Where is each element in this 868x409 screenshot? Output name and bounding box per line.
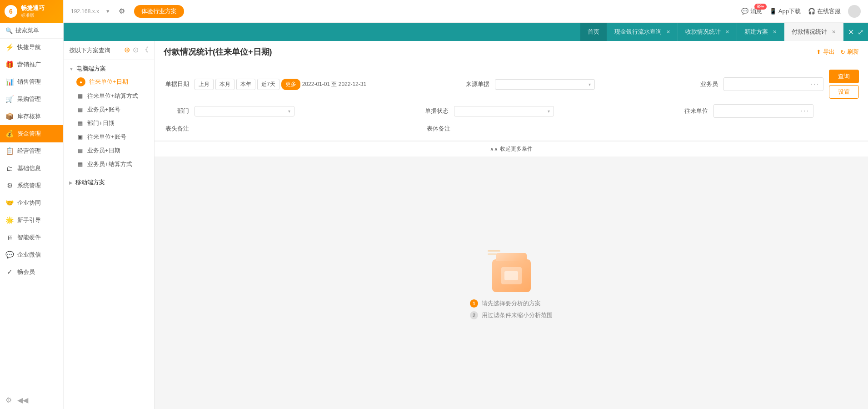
tab-receipt-stats[interactable]: 收款情况统计✕ xyxy=(678,23,737,41)
body-note-input[interactable] xyxy=(456,123,556,134)
sidebar-item-vip[interactable]: ✓ 畅会员 xyxy=(0,263,63,281)
sidebar-item-guide[interactable]: 🌟 新手引导 xyxy=(0,212,63,229)
tab-label-receipt-stats: 收款情况统计 xyxy=(685,28,721,36)
topbar-gear-icon[interactable]: ⚙ xyxy=(119,7,125,15)
sidebar-item-wechat[interactable]: 💬 企业微信 xyxy=(0,246,63,263)
collapse-label: 收起更多条件 xyxy=(500,145,533,153)
scheme-label-salesperson-payment: 业务员+结算方式 xyxy=(87,160,132,168)
collapse-bar[interactable]: ∧∧ 收起更多条件 xyxy=(155,141,868,157)
trial-btn[interactable]: 体验行业方案 xyxy=(134,5,184,18)
results-area: 1 请先选择要分析的方案 2 用过滤条件来缩小分析范围 xyxy=(155,157,868,409)
nav-label-inventory: 库存核算 xyxy=(17,112,41,121)
scheme-label-partner-account: 往来单位+账号 xyxy=(87,133,126,141)
topbar-actions: 💬 消息 99+ 📱 App下载 🎧 在线客服 xyxy=(741,5,861,18)
tabbar-controls: ✕ ⤢ xyxy=(843,23,868,41)
tab-bank-flow[interactable]: 现金银行流水查询✕ xyxy=(607,23,678,41)
export-btn[interactable]: ⬆ 导出 xyxy=(816,48,835,56)
dept-select[interactable]: ▾ xyxy=(195,106,294,116)
sidebar-item-purchase[interactable]: 🛒 采购管理 xyxy=(0,91,63,108)
sidebar-item-sales[interactable]: 📊 销售管理 xyxy=(0,73,63,91)
settings-icon[interactable]: ⚙ xyxy=(5,396,12,404)
nav-icon-guide: 🌟 xyxy=(5,216,14,224)
sidebar-item-system[interactable]: ⚙ 系统管理 xyxy=(0,177,63,194)
app-download-action[interactable]: 📱 App下载 xyxy=(769,7,801,15)
docstatus-select[interactable]: ▾ xyxy=(454,106,554,116)
online-service-action[interactable]: 🎧 在线客服 xyxy=(808,7,841,15)
nav-label-operations: 经营管理 xyxy=(17,147,41,155)
collapse-sidebar-icon[interactable]: ◀◀ xyxy=(17,396,28,404)
scheme-icon-salesperson-date: ▦ xyxy=(76,147,84,154)
sidebar-item-enterprise[interactable]: 🤝 企业协同 xyxy=(0,194,63,212)
nav-label-quick-nav: 快捷导航 xyxy=(17,43,41,51)
source-select[interactable]: ▾ xyxy=(495,79,595,90)
scheme-icon-dept-date: ▦ xyxy=(76,120,84,127)
salesperson-dots-icon[interactable]: ··· xyxy=(811,80,819,88)
sidebar-item-inventory[interactable]: 📦 库存核算 xyxy=(0,108,63,125)
scheme-settings-btn[interactable]: ⊙ xyxy=(133,45,139,55)
scheme-item-partner-account[interactable]: ▣ 往来单位+账号 xyxy=(64,130,154,144)
tab-label-bank-flow: 现金银行流水查询 xyxy=(614,28,662,36)
tab-home[interactable]: 首页 xyxy=(580,23,607,41)
mobile-group-title[interactable]: ▶ 移动端方案 xyxy=(64,177,154,188)
tab-close-new-scheme[interactable]: ✕ xyxy=(773,29,777,35)
sidebar-item-marketing[interactable]: 🎁 营销推广 xyxy=(0,56,63,73)
this-month-btn[interactable]: 本月 xyxy=(215,79,234,90)
scheme-item-partner-payment[interactable]: ▦ 往来单位+结算方式 xyxy=(64,89,154,103)
setting-btn[interactable]: 设置 xyxy=(829,85,859,99)
collapse-panel-btn[interactable]: 《 xyxy=(141,45,149,55)
sidebar-item-basic-info[interactable]: 🗂 基础信息 xyxy=(0,160,63,177)
desktop-group-label: 电脑端方案 xyxy=(76,65,106,73)
sidebar-item-quick-nav[interactable]: ⚡ 快捷导航 xyxy=(0,39,63,56)
tab-close-bank-flow[interactable]: ✕ xyxy=(666,29,670,35)
user-avatar[interactable] xyxy=(848,5,861,18)
sidebar-item-finance[interactable]: 💰 资金管理 xyxy=(0,125,63,142)
messages-action[interactable]: 💬 消息 99+ xyxy=(741,7,762,15)
tab-close-payment-stats[interactable]: ✕ xyxy=(832,29,836,35)
close-all-tabs-icon[interactable]: ✕ xyxy=(848,28,854,36)
sidebar-nav: ⚡ 快捷导航 🎁 营销推广 📊 销售管理 🛒 采购管理 📦 库存核算 💰 资金管… xyxy=(0,39,63,391)
scheme-item-partner-date[interactable]: ● 往来单位+日期 xyxy=(64,75,154,89)
date-quick-btns: 上月 本月 本年 近7天 更多 2022-01-01 至 2022-12-31 xyxy=(195,79,366,90)
refresh-label: 刷新 xyxy=(847,48,859,56)
sidebar-item-hardware[interactable]: 🖥 智能硬件 xyxy=(0,229,63,246)
header-note-input[interactable] xyxy=(195,123,294,134)
active-scheme-dot: ● xyxy=(76,77,85,86)
last-7days-btn[interactable]: 近7天 xyxy=(257,79,279,90)
partner-dots-icon[interactable]: ··· xyxy=(801,107,809,115)
scheme-item-salesperson-date[interactable]: ▦ 业务员+日期 xyxy=(64,144,154,157)
this-year-btn[interactable]: 本年 xyxy=(236,79,255,90)
nav-icon-quick-nav: ⚡ xyxy=(5,43,14,51)
tab-new-scheme[interactable]: 新建方案✕ xyxy=(737,23,784,41)
scheme-icon-partner-payment: ▦ xyxy=(76,92,84,100)
scheme-panel-header: 按以下方案查询 ⊕ ⊙ 《 xyxy=(64,41,154,60)
address-dropdown-icon[interactable]: ▾ xyxy=(106,8,110,15)
partner-select[interactable]: ··· xyxy=(713,104,813,118)
main-content: 192.168.x.x ▾ ⚙ 体验行业方案 💬 消息 99+ 📱 App下载 … xyxy=(64,0,868,409)
more-date-btn[interactable]: 更多 xyxy=(281,79,300,90)
scheme-item-dept-date[interactable]: ▦ 部门+日期 xyxy=(64,116,154,130)
search-menu[interactable]: 🔍 搜索菜单 xyxy=(0,23,63,39)
desktop-group-title[interactable]: ▼ 电脑端方案 xyxy=(64,63,154,75)
expand-tabs-icon[interactable]: ⤢ xyxy=(858,28,863,36)
tab-payment-stats[interactable]: 付款情况统计✕ xyxy=(784,23,843,41)
query-btn[interactable]: 查询 xyxy=(829,70,859,83)
tab-close-receipt-stats[interactable]: ✕ xyxy=(725,29,729,35)
nav-label-wechat: 企业微信 xyxy=(17,251,41,259)
last-month-btn[interactable]: 上月 xyxy=(195,79,214,90)
left-scheme-panel: 按以下方案查询 ⊕ ⊙ 《 ▼ 电脑端方案 ● 往来单位+日期 ▦ 往来单位+结… xyxy=(64,41,155,409)
mobile-scheme-group: ▶ 移动端方案 xyxy=(64,174,154,191)
nav-label-guide: 新手引导 xyxy=(17,216,41,224)
scheme-item-salesperson-payment[interactable]: ▦ 业务员+结算方式 xyxy=(64,157,154,171)
tab-label-payment-stats: 付款情况统计 xyxy=(792,28,827,36)
date-filter-label: 单据日期 xyxy=(164,80,189,88)
scheme-item-salesperson-account[interactable]: ▦ 业务员+账号 xyxy=(64,103,154,116)
refresh-btn[interactable]: ↻ 刷新 xyxy=(840,48,859,56)
tabbar: 首页现金银行流水查询✕收款情况统计✕新建方案✕付款情况统计✕ ✕ ⤢ xyxy=(64,23,868,41)
sidebar-item-operations[interactable]: 📋 经营管理 xyxy=(0,142,63,160)
add-scheme-btn[interactable]: ⊕ xyxy=(124,45,130,55)
scheme-label-salesperson-account: 业务员+账号 xyxy=(87,106,120,114)
hint-text-1: 请先选择要分析的方案 xyxy=(482,299,541,308)
scheme-panel-title: 按以下方案查询 xyxy=(69,46,121,55)
collapse-icon: ∧∧ xyxy=(490,146,498,152)
salesperson-select[interactable]: ··· xyxy=(723,77,823,91)
